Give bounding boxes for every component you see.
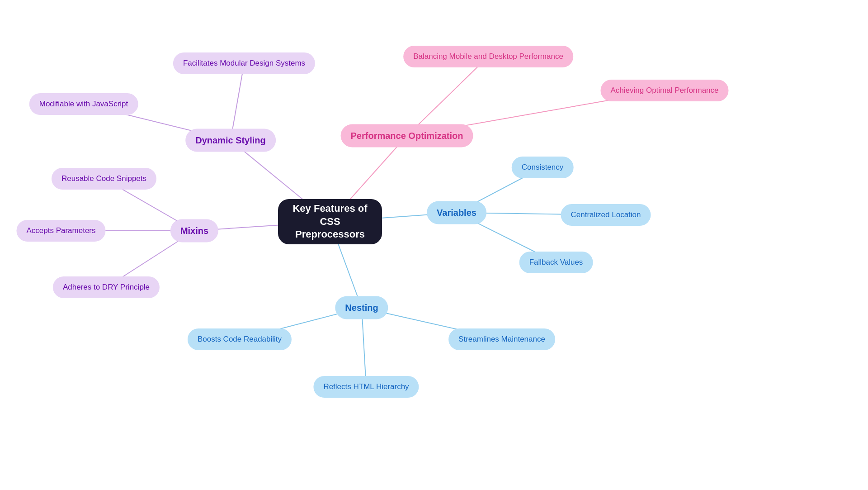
node-vars: Variables: [427, 201, 486, 224]
node-dyn2: Modifiable with JavaScript: [29, 93, 138, 115]
node-mix2: Accepts Parameters: [16, 220, 105, 242]
node-mixins: Mixins: [170, 219, 218, 243]
node-perf: Performance Optimization: [341, 124, 473, 147]
node-mix3: Adheres to DRY Principle: [53, 276, 160, 298]
mindmap-container: Key Features of CSS PreprocessorsPerform…: [0, 0, 868, 490]
connections-svg: [0, 0, 868, 490]
node-mix1: Reusable Code Snippets: [52, 168, 156, 190]
node-nest2: Reflects HTML Hierarchy: [313, 376, 419, 398]
node-dynamic: Dynamic Styling: [185, 129, 276, 152]
node-dyn1: Facilitates Modular Design Systems: [173, 52, 315, 74]
node-var1: Consistency: [512, 157, 574, 178]
node-perf1: Balancing Mobile and Desktop Performance: [403, 46, 573, 67]
svg-line-16: [362, 308, 366, 387]
node-nesting: Nesting: [335, 296, 388, 319]
node-center: Key Features of CSS Preprocessors: [278, 199, 382, 244]
node-nest3: Streamlines Maintenance: [448, 328, 555, 350]
node-var3: Fallback Values: [519, 252, 593, 273]
node-perf2: Achieving Optimal Performance: [600, 80, 728, 101]
node-var2: Centralized Location: [561, 204, 651, 226]
node-nest1: Boosts Code Readability: [188, 328, 292, 350]
